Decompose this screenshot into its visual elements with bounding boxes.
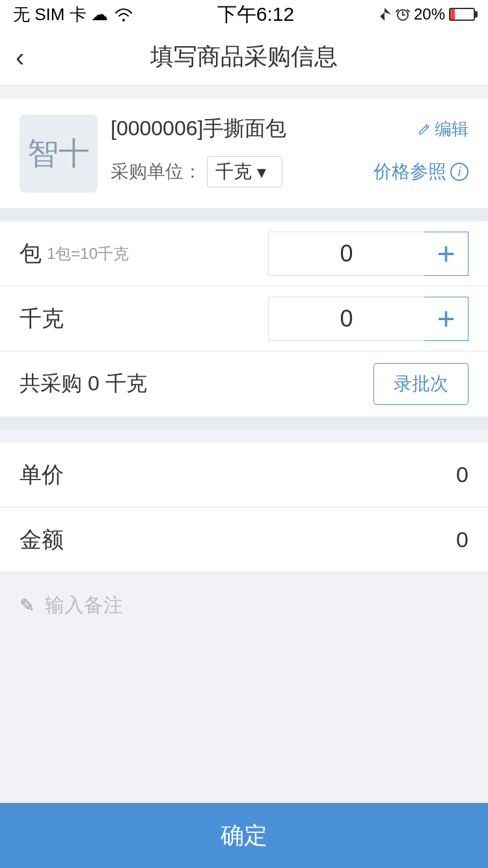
confirm-label: 确定 <box>221 820 267 852</box>
unit-price-label: 单价 <box>20 460 456 490</box>
price-ref-label: 价格参照 <box>373 159 446 184</box>
header: ‹ 填写商品采购信息 <box>0 29 488 86</box>
edit-button[interactable]: 编辑 <box>418 118 468 141</box>
section-divider-1 <box>0 208 488 221</box>
alarm-icon <box>396 7 410 21</box>
status-bar: 无 SIM 卡 ☁ 下午6:12 20% <box>0 0 488 29</box>
status-right: 20% <box>377 5 475 23</box>
kg-input[interactable] <box>268 297 424 341</box>
price-ref-button[interactable]: 价格参照 i <box>373 159 468 184</box>
unit-row: 采购单位： 千克 ▾ 价格参照 i <box>111 156 468 187</box>
amount-label: 金额 <box>20 525 456 555</box>
product-image: 智十 <box>20 115 98 193</box>
note-area[interactable]: ✎ 输入备注 <box>0 573 488 638</box>
unit-value: 千克 <box>215 159 252 184</box>
kg-label: 千克 <box>20 304 64 334</box>
product-header-row: [0000006]手撕面包 编辑 <box>111 115 468 143</box>
kg-input-row: 千克 + <box>0 286 488 351</box>
note-placeholder: 输入备注 <box>45 592 123 619</box>
confirm-button[interactable]: 确定 <box>0 803 488 868</box>
unit-price-value: 0 <box>456 462 468 487</box>
section-divider-2 <box>0 416 488 429</box>
back-button[interactable]: ‹ <box>16 44 24 70</box>
kg-plus-button[interactable]: + <box>424 297 468 341</box>
amount-row: 金额 0 <box>0 508 488 573</box>
bao-sub-label: 1包=10千克 <box>47 243 129 264</box>
bao-label: 包 <box>20 239 42 269</box>
pencil-icon: ✎ <box>20 595 34 616</box>
battery-icon <box>449 8 475 21</box>
summary-row: 共采购 0 千克 录批次 <box>0 351 488 416</box>
battery-percent: 20% <box>414 5 445 23</box>
status-left: 无 SIM 卡 ☁ <box>13 3 134 26</box>
record-batch-button[interactable]: 录批次 <box>373 363 468 405</box>
bao-input[interactable] <box>268 232 424 276</box>
edit-icon <box>418 122 432 136</box>
amount-value: 0 <box>456 527 468 552</box>
price-section: 单价 0 金额 0 <box>0 442 488 573</box>
product-name: [0000006]手撕面包 <box>111 115 286 143</box>
bao-input-row: 包 1包=10千克 + <box>0 221 488 286</box>
product-logo: 智十 <box>27 133 90 174</box>
dropdown-arrow: ▾ <box>257 161 266 183</box>
unit-select[interactable]: 千克 ▾ <box>207 156 282 187</box>
unit-label: 采购单位： <box>111 159 202 184</box>
status-time: 下午6:12 <box>217 1 294 28</box>
product-card: 智十 [0000006]手撕面包 编辑 采购单位： 千克 ▾ 价格参照 <box>0 99 488 208</box>
info-icon: i <box>450 163 468 181</box>
page-title: 填写商品采购信息 <box>150 41 338 73</box>
wifi-icon <box>113 7 134 21</box>
location-icon <box>377 7 392 21</box>
product-info: [0000006]手撕面包 编辑 采购单位： 千克 ▾ 价格参照 i <box>111 115 468 187</box>
unit-price-row: 单价 0 <box>0 442 488 508</box>
summary-text: 共采购 0 千克 <box>20 370 373 398</box>
input-section: 包 1包=10千克 + 千克 + <box>0 221 488 351</box>
bao-plus-button[interactable]: + <box>424 232 468 276</box>
edit-label: 编辑 <box>435 118 468 141</box>
sim-label: 无 SIM 卡 ☁ <box>13 3 108 26</box>
